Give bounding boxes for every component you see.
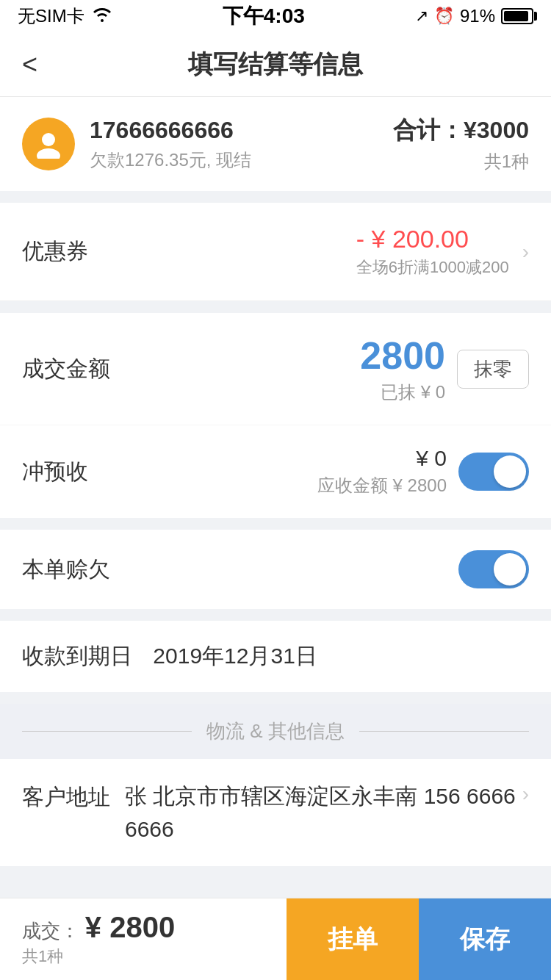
precharge-label: 冲预收 [22,457,88,487]
divider-line-right [359,731,529,732]
hang-button[interactable]: 挂单 [287,898,419,981]
coupon-desc: 全场6折满1000减200 [356,256,509,278]
battery-percent: 91% [460,6,495,26]
receivable-amount: 应收金额 ¥ 2800 [317,474,447,497]
debt-toggle[interactable] [458,550,529,588]
carrier-text: 无SIM卡 [18,4,84,28]
battery-icon [501,8,533,24]
alarm-icon: ⏰ [434,7,454,26]
precharge-info: ¥ 0 应收金额 ¥ 2800 [317,446,447,497]
footer-deal-label: 成交： [22,920,79,942]
coupon-label: 优惠券 [22,237,88,267]
location-icon: ↗ [415,7,428,26]
back-button[interactable]: < [22,49,66,80]
coupon-amount: - ¥ 200.00 [356,225,509,253]
round-button[interactable]: 抹零 [457,350,529,389]
total-amount: 合计：¥3000 [393,115,529,147]
transaction-section: 成交金额 2800 已抹 ¥ 0 抹零 冲预收 ¥ 0 应收金额 ¥ 2800 [0,313,551,518]
status-left: 无SIM卡 [18,4,112,28]
address-chevron: › [522,779,529,806]
debt-toggle-knob [494,553,526,586]
address-row[interactable]: 客户地址 张 北京市市辖区海淀区永丰南 156 6666 6666 › [0,759,551,866]
customer-debt: 欠款1276.35元, 现结 [90,148,251,172]
debt-row: 本单赊欠 [0,530,551,609]
customer-total: 合计：¥3000 共1种 [393,115,529,173]
transaction-right: 2800 已抹 ¥ 0 抹零 [360,334,529,404]
svg-point-0 [42,133,55,146]
customer-card: 17666666666 欠款1276.35元, 现结 合计：¥3000 共1种 [0,97,551,191]
address-content: 张 北京市市辖区海淀区永丰南 156 6666 6666 [125,779,522,846]
footer-info: 成交： ¥ 2800 共1种 [0,911,287,968]
duedate-value: 2019年12月31日 [153,644,317,668]
main-content: 17666666666 欠款1276.35元, 现结 合计：¥3000 共1种 … [0,97,551,966]
debt-label: 本单赊欠 [22,555,110,585]
precharge-right: ¥ 0 应收金额 ¥ 2800 [317,446,529,497]
toggle-knob [494,455,526,488]
coupon-chevron: › [522,240,529,264]
footer-count: 共1种 [22,945,264,968]
address-label: 客户地址 [22,782,110,813]
transaction-label: 成交金额 [22,354,110,384]
wifi-icon [92,6,112,26]
duedate-row: 收款到期日 2019年12月31日 [0,621,551,692]
precharge-toggle[interactable] [458,453,529,491]
footer-deal-row: 成交： ¥ 2800 [22,911,264,944]
footer-amount: ¥ 2800 [85,911,175,943]
transaction-row: 成交金额 2800 已抹 ¥ 0 抹零 [0,313,551,425]
page-title: 填写结算等信息 [188,48,363,82]
customer-phone: 17666666666 [90,117,251,144]
customer-info: 17666666666 欠款1276.35元, 现结 [90,117,251,172]
duedate-label: 收款到期日 [22,644,132,668]
total-count: 共1种 [393,150,529,173]
precharge-amount: ¥ 0 [317,446,447,471]
divider-line-left [22,731,192,732]
footer: 成交： ¥ 2800 共1种 挂单 保存 [0,898,551,980]
amount-erased: 已抹 ¥ 0 [360,381,445,404]
logistics-label: 物流 & 其他信息 [192,718,359,744]
coupon-right: - ¥ 200.00 全场6折满1000减200 › [356,225,529,278]
svg-point-1 [37,148,60,159]
logistics-divider: 物流 & 其他信息 [0,704,551,759]
status-bar: 无SIM卡 下午4:03 ↗ ⏰ 91% [0,0,551,32]
duedate-content: 收款到期日 2019年12月31日 [22,644,317,668]
time-display: 下午4:03 [223,2,305,30]
coupon-row[interactable]: 优惠券 - ¥ 200.00 全场6折满1000减200 › [0,203,551,301]
precharge-row: 冲预收 ¥ 0 应收金额 ¥ 2800 [0,425,551,518]
avatar [22,118,75,170]
nav-bar: < 填写结算等信息 [0,32,551,97]
transaction-value: 2800 [360,334,445,377]
status-right: ↗ ⏰ 91% [415,6,533,26]
save-button[interactable]: 保存 [419,898,551,981]
